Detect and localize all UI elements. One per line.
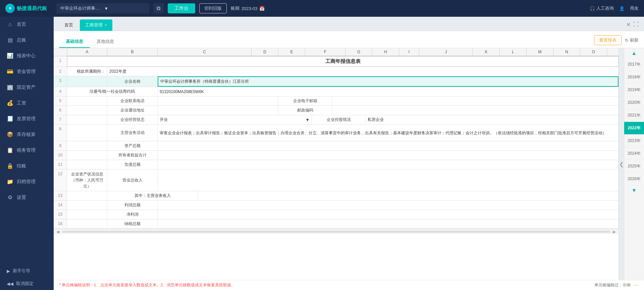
row12-revenue-value[interactable]	[158, 169, 619, 191]
sidebar: ⌂ 首页 ▤ 总账 📊 报表中心 💳 资金管理 🏢 固定资产 💰 工资	[0, 17, 54, 290]
col-header-a: A	[67, 48, 107, 56]
row16-value[interactable]	[158, 219, 619, 228]
col-header-g: G	[345, 48, 372, 56]
col-header-e: E	[278, 48, 305, 56]
row6-post-value[interactable]	[332, 106, 619, 115]
year-item-2020[interactable]: 2020年	[624, 96, 644, 109]
service-button[interactable]: 🎧 人工咨询	[590, 5, 614, 11]
row9-value[interactable]	[158, 141, 619, 150]
year-item-2019[interactable]: 2019年	[624, 84, 644, 96]
sidebar-item-home[interactable]: ⌂ 首页	[0, 17, 54, 32]
row-number: 9	[54, 141, 67, 150]
row6-addr-value[interactable]	[158, 106, 278, 115]
scroll-right-icon[interactable]: ▶	[610, 229, 619, 234]
panel-collapse[interactable]: ❮	[619, 48, 624, 280]
sidebar-label-ledger: 总账	[17, 37, 26, 43]
horizontal-scrollbar[interactable]: ◀ ▶	[54, 229, 619, 234]
scroll-track[interactable]	[62, 231, 610, 233]
spreadsheet-main[interactable]: A B C D E F G H I J K L M N O	[54, 48, 619, 280]
year-item-2026[interactable]: 2026年	[624, 173, 644, 186]
sidebar-item-closing[interactable]: 🔒 结账	[0, 158, 54, 174]
status-right: 单元格编辑过：示例	[594, 282, 639, 288]
year-nav-down[interactable]: ▼	[624, 186, 644, 196]
row5-email-label: 企业电子邮箱	[278, 96, 332, 105]
year-item-2022[interactable]: 2022年	[624, 122, 644, 135]
table-row: 5 企业联系电话 企业电子邮箱	[54, 96, 619, 106]
row13-sub-label: 其中：主营业务收入	[107, 191, 198, 200]
copy-icon-button[interactable]: ⧉	[153, 3, 164, 13]
app-name: 畅捷通易代账	[17, 5, 47, 12]
row13-value[interactable]	[198, 191, 619, 200]
row15-value[interactable]	[158, 210, 619, 219]
status-hint: * 单元格编辑说明：1、点击单元格直接录入数值或文本。2、清空单元格数值或文本恢…	[59, 282, 235, 288]
ledger-icon: ▤	[7, 37, 13, 43]
row8-a	[67, 125, 107, 141]
company-selector[interactable]: 中审众环会计师事务所（特殊普通合伙... ▼	[56, 3, 149, 13]
tab-basic-info[interactable]: 基础信息	[59, 36, 90, 48]
closing-icon: 🔒	[7, 163, 13, 169]
sidebar-label-archive: 归档管理	[17, 179, 36, 185]
sidebar-label-closing: 结账	[17, 163, 26, 169]
sidebar-item-reports[interactable]: 📊 报表中心	[0, 48, 54, 64]
row-number: 7	[54, 115, 67, 124]
year-item-2018[interactable]: 2018年	[624, 71, 644, 84]
sidebar-item-ledger[interactable]: ▤ 总账	[0, 32, 54, 48]
year-item-2017[interactable]: 2017年	[624, 58, 644, 71]
sidebar-item-inventory[interactable]: 📦 库存核算	[0, 127, 54, 142]
unpin-sidebar[interactable]: ◀◀ 取消固定	[0, 277, 54, 290]
sidebar-item-assets[interactable]: 🏢 固定资产	[0, 79, 54, 95]
workbench-button[interactable]: 工作台	[168, 3, 195, 13]
company-name-cell[interactable]: 中审众环会计师事务所（特殊普通合伙）江苏分所	[158, 76, 619, 87]
dropdown-arrow-icon[interactable]: ▼	[306, 118, 310, 122]
spreadsheet-container: A B C D E F G H I J K L M N O	[54, 48, 644, 280]
year-item-2023[interactable]: 2023年	[624, 135, 644, 147]
sidebar-item-invoices[interactable]: 🧾 发票管理	[0, 111, 54, 127]
year-nav-up[interactable]: ▲	[624, 48, 644, 58]
row11-value[interactable]	[158, 160, 619, 169]
row4-value[interactable]: 91320100MA208E5W6K	[158, 87, 619, 96]
row-number: 14	[54, 201, 67, 210]
row14-value[interactable]	[158, 201, 619, 210]
company-name: 中审众环会计师事务所（特殊普通合伙...	[60, 5, 101, 11]
year-item-2024[interactable]: 2024年	[624, 147, 644, 160]
unpin-label: 取消固定	[16, 281, 34, 287]
table-row: 2 税款所属期间： 2022年度	[54, 67, 619, 76]
year-item-2021[interactable]: 2021年	[624, 109, 644, 122]
sheet-title-cell[interactable]: 工商年报信息表	[67, 56, 619, 67]
row2-value[interactable]: 2022年度	[107, 67, 619, 76]
close-panel-button[interactable]: ✕	[626, 21, 631, 28]
tab-close-button[interactable]: ×	[105, 23, 107, 27]
sidebar-item-archive[interactable]: 📁 归档管理	[0, 174, 54, 190]
year-item-2025[interactable]: 2025年	[624, 160, 644, 173]
new-user-guide[interactable]: ▶ 新手引导	[0, 265, 54, 277]
invoices-icon: 🧾	[7, 116, 13, 122]
scroll-left-icon[interactable]: ◀	[54, 229, 62, 234]
header-right: 🎧 人工咨询 👤 用友	[590, 5, 639, 11]
expand-panel-button[interactable]: ⛶	[633, 21, 639, 28]
row10-value[interactable]	[158, 151, 619, 160]
calendar-icon[interactable]: 📅	[259, 6, 265, 11]
table-row: 4 注册号/统一社会信用代码 91320100MA208E5W6K	[54, 87, 619, 96]
refresh-button[interactable]: ↻ 刷新	[625, 37, 639, 43]
switch-version-button[interactable]: 切到旧版	[199, 3, 227, 13]
row7-status-value[interactable]: 开业 ▼	[158, 115, 312, 124]
user-label[interactable]: 用友	[630, 5, 639, 11]
col-header-f: F	[305, 48, 345, 56]
sidebar-item-settings[interactable]: ⚙ 设置	[0, 190, 54, 205]
tab-gongshang[interactable]: 工商管理 ×	[80, 19, 112, 31]
row5-phone-value[interactable]	[158, 96, 278, 105]
row-number: 5	[54, 96, 67, 105]
sidebar-item-funds[interactable]: 💳 资金管理	[0, 64, 54, 79]
sidebar-item-tax[interactable]: 📋 税务管理	[0, 142, 54, 158]
tab-home[interactable]: 首页	[59, 19, 78, 31]
row5-email-value[interactable]	[332, 96, 619, 105]
row8-label: 主营业务活动	[107, 125, 158, 141]
reset-report-button[interactable]: 重置报表	[594, 35, 622, 45]
row8-value[interactable]: 审查企业会计报表；出具审计报告；验证企业资本；出具验资报告；办理企业合并、分立、…	[158, 125, 619, 141]
tab-other-info[interactable]: 其他信息	[90, 36, 121, 48]
table-row: 14 利润总额	[54, 201, 619, 210]
table-row: 11 负债总额	[54, 160, 619, 169]
col-header-o: O	[580, 48, 607, 56]
sidebar-item-wages[interactable]: 💰 工资	[0, 95, 54, 111]
row7-holding-value[interactable]: 私营企业	[366, 115, 619, 124]
